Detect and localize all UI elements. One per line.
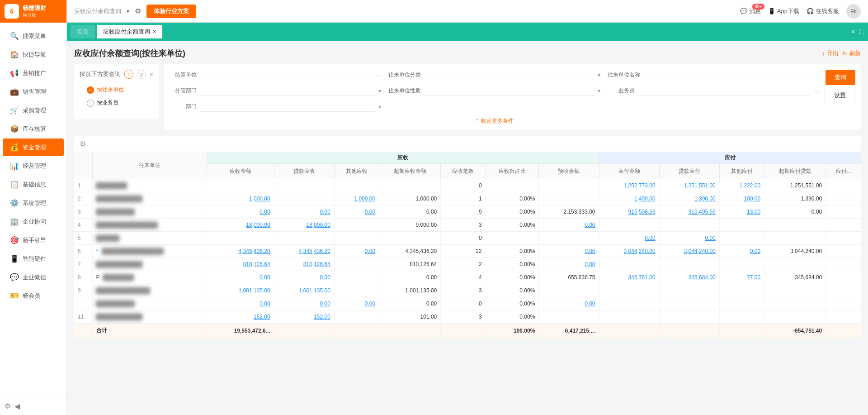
filter-more-conditions[interactable]: ⌃ 收起更多条件: [170, 117, 819, 125]
cell-other-ap[interactable]: 100.00: [719, 192, 764, 205]
sidebar-item-hardware[interactable]: 📱 智能硬件: [3, 250, 64, 267]
cell-other-ap[interactable]: 13.00: [719, 205, 764, 219]
cell-ap-amount[interactable]: 1,490.00: [599, 192, 659, 205]
cell-loan-ar[interactable]: 4,345,436.20: [274, 245, 334, 258]
cell-loan-ar[interactable]: 18,000.00: [274, 219, 334, 232]
cell-loan-ar[interactable]: 0.00: [274, 297, 334, 310]
export-button[interactable]: ↑ 导出: [822, 49, 839, 57]
cell-other-ap[interactable]: 1,222.00: [719, 179, 764, 192]
cell-loan-ar[interactable]: 810,126.64: [274, 258, 334, 271]
cell-prepaid[interactable]: 0.00: [539, 219, 599, 232]
table-settings-icon[interactable]: ⚙: [80, 139, 86, 148]
tab-home[interactable]: 首页: [71, 25, 95, 38]
filter-target-button[interactable]: ◎: [137, 70, 146, 79]
online-service-button[interactable]: 🎧 在线客服: [807, 7, 839, 15]
partner-nature-input[interactable]: [425, 86, 594, 96]
sidebar-item-sales[interactable]: 💼 销售管理: [3, 83, 64, 100]
partner-name-input[interactable]: [644, 70, 819, 80]
window-expand-icon[interactable]: ⛶: [859, 29, 864, 35]
collapse-sidebar-btn[interactable]: ◀: [14, 402, 20, 410]
col-overdue-ap: 超期应付贷款: [764, 164, 826, 179]
salesperson-ellipsis[interactable]: ···: [814, 87, 819, 95]
sidebar-item-quick[interactable]: 🏠 快捷导航: [3, 46, 64, 63]
sidebar-item-guide[interactable]: 🎯 新手引导: [3, 231, 64, 249]
sidebar-item-member[interactable]: 🎫 畅会员: [3, 287, 64, 305]
cell-loan-ap[interactable]: 915,495.56: [659, 205, 719, 219]
cell-other-ar[interactable]: 0.00: [334, 297, 379, 310]
cell-other-ar[interactable]: 1,000.00: [334, 192, 379, 205]
settlement-unit-input[interactable]: [200, 70, 373, 80]
cell-ap-amount[interactable]: 3,044,240.00: [599, 245, 659, 258]
cell-loan-ap[interactable]: 1,390.00: [659, 192, 719, 205]
cell-ar-amount[interactable]: 152.00: [207, 310, 274, 324]
dept-input[interactable]: [200, 101, 375, 112]
cell-ap-amount[interactable]: 1,252,773.00: [599, 179, 659, 192]
sidebar-item-inventory[interactable]: 📦 库存核算: [3, 120, 64, 138]
tab-close-icon[interactable]: ×: [153, 29, 156, 35]
cell-ap-amount[interactable]: 915,508.56: [599, 205, 659, 219]
cell-prepaid: [539, 192, 599, 205]
sidebar-item-system[interactable]: ⚙️ 系统管理: [3, 194, 64, 212]
cell-ar-amount[interactable]: 1,001,135.00: [207, 284, 274, 297]
cell-prepaid: [539, 179, 599, 192]
cell-ar-amount[interactable]: 0.00: [207, 297, 274, 310]
cell-loan-ar[interactable]: 0.00: [274, 271, 334, 284]
cell-other-ap[interactable]: 0.00: [719, 245, 764, 258]
promo-button[interactable]: 体验行业方案: [146, 5, 196, 18]
refresh-button[interactable]: ↻ 刷新: [842, 49, 861, 57]
filter-collapse-button[interactable]: «: [150, 71, 153, 78]
window-close-icon[interactable]: ✕: [851, 29, 855, 35]
cell-loan-ap[interactable]: 345,684.00: [659, 271, 719, 284]
settings-footer-btn[interactable]: ⚙: [5, 402, 11, 410]
cell-prepaid[interactable]: 0.00: [539, 297, 599, 310]
sidebar-item-corp[interactable]: 🏢 企业协同: [3, 213, 64, 230]
filter-add-button[interactable]: +: [124, 70, 133, 79]
cell-prepaid[interactable]: 0.00: [539, 258, 599, 271]
cell-ap-amount[interactable]: 345,761.00: [599, 271, 659, 284]
dept-chevron[interactable]: ▾: [378, 104, 381, 110]
cell-ar-amount[interactable]: 0.00: [207, 205, 274, 219]
cell-loan-ap[interactable]: 1,251,551.00: [659, 179, 719, 192]
breadcrumb-dropdown[interactable]: ▾: [127, 8, 129, 14]
sidebar-item-wechat[interactable]: 💬 企业微信: [3, 268, 64, 286]
settings-icon[interactable]: ⚙: [135, 7, 141, 15]
filter-nav-by-staff[interactable]: ○ 按业务员: [83, 97, 153, 109]
sidebar-item-label: 经营管理: [23, 162, 46, 170]
cell-ar-amount[interactable]: 4,345,436.20: [207, 245, 274, 258]
dept-head-chevron[interactable]: ▾: [378, 88, 381, 94]
messages-button[interactable]: 💬 消息 99+: [740, 7, 761, 15]
cell-ar-amount[interactable]: 1,000.00: [207, 192, 274, 205]
cell-ap-amount[interactable]: 0.00: [599, 232, 659, 245]
cell-loan-ar[interactable]: 0.00: [274, 205, 334, 219]
sidebar-item-finance[interactable]: 💰 资金管理: [3, 138, 64, 156]
filter-settings-button[interactable]: 设置: [825, 88, 855, 103]
partner-category-input[interactable]: [425, 70, 594, 80]
salesperson-input[interactable]: [638, 86, 811, 96]
cell-loan-ap[interactable]: 0.00: [659, 232, 719, 245]
cell-prepaid[interactable]: 0.00: [539, 245, 599, 258]
cell-ar-amount[interactable]: 810,126.64: [207, 258, 274, 271]
sidebar-item-operation[interactable]: 📊 经营管理: [3, 157, 64, 175]
partner-category-chevron[interactable]: ▾: [598, 72, 600, 78]
sidebar-item-search[interactable]: 🔍 搜索菜单: [3, 27, 64, 45]
sidebar-item-basic[interactable]: 📋 基础信息: [3, 176, 64, 193]
tab-arquery[interactable]: 应收应付余额查询 ×: [97, 25, 162, 38]
dept-head-input[interactable]: [200, 86, 375, 96]
cell-ar-amount[interactable]: 0.00: [207, 271, 274, 284]
cell-other-ar[interactable]: 0.00: [334, 205, 379, 219]
cell-ar-amount[interactable]: 18,000.00: [207, 219, 274, 232]
sidebar-item-marketing[interactable]: 📢 营销推广: [3, 64, 64, 82]
cell-other-ap[interactable]: 77.00: [719, 271, 764, 284]
query-button[interactable]: 查询: [826, 70, 855, 85]
cell-other-ar[interactable]: 0.00: [334, 245, 379, 258]
filter-nav-by-partner[interactable]: P 按往来单位: [83, 84, 153, 95]
settlement-unit-ellipsis[interactable]: ···: [376, 72, 382, 79]
cell-loan-ar[interactable]: 1,001,135.00: [274, 284, 334, 297]
cell-loan-ap[interactable]: 3,044,240.00: [659, 245, 719, 258]
cell-loan-ar[interactable]: 152.00: [274, 310, 334, 324]
partner-nature-chevron[interactable]: ▾: [598, 88, 600, 94]
user-avatar-area[interactable]: Rit: [846, 4, 861, 19]
app-download-button[interactable]: 📱 App下载: [768, 7, 799, 15]
sidebar-item-purchase[interactable]: 🛒 采购管理: [3, 101, 64, 119]
sidebar: 6 畅捷通财 标准版 🔍 搜索菜单 🏠 快捷导航 📢 营销推广 💼 销售管理 🛒…: [0, 0, 67, 415]
